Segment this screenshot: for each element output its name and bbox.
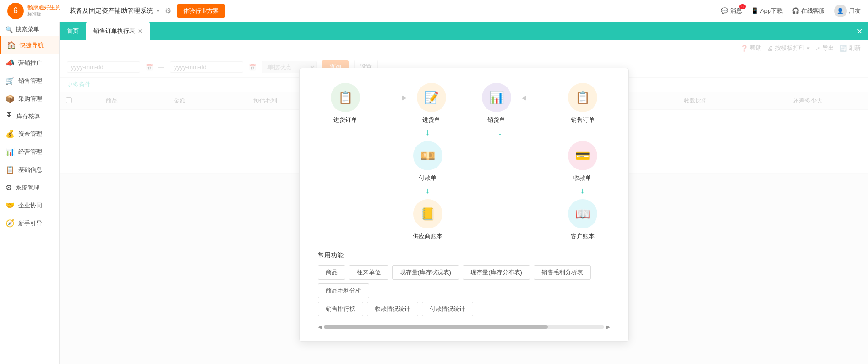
system-title: 装备及固定资产辅助管理系统 xyxy=(70,7,153,15)
common-funcs-title: 常用功能 xyxy=(318,251,610,260)
sales-bill-circle: 📊 xyxy=(482,83,511,112)
purchase-bill-label: 进货单 xyxy=(422,116,440,124)
flow-diagram: 📋 进货订单 ▶ xyxy=(318,83,610,240)
purchase-order-circle: 📋 xyxy=(331,83,360,112)
func-btn-product[interactable]: 商品 xyxy=(318,265,345,280)
receipt-bill-circle: 💳 xyxy=(568,141,597,170)
flow-node-sales-bill: 📊 销货单 xyxy=(469,83,524,124)
arrow-so-to-sb: ◀ xyxy=(524,98,555,109)
home-icon: 🏠 xyxy=(7,41,16,49)
customer-ledger-circle: 📖 xyxy=(568,199,597,228)
flow-row-1: 📋 进货订单 ▶ xyxy=(318,83,610,124)
func-btn-sales-gross[interactable]: 销售毛利分析表 xyxy=(534,265,591,280)
sidebar-item-finance[interactable]: 💰 资金管理 xyxy=(0,125,59,143)
basic-info-icon: 📋 xyxy=(5,165,15,174)
logo-name: 畅康通好生意 xyxy=(27,4,60,11)
sales-bill-label: 销货单 xyxy=(487,116,505,124)
flow-node-payment-bill: 💴 付款单 xyxy=(400,141,455,182)
tab-close-icon[interactable]: ✕ xyxy=(138,28,142,34)
payment-bill-circle: 💴 xyxy=(413,141,442,170)
func-btn-receipt-stats[interactable]: 收款情况统计 xyxy=(367,302,418,316)
quick-guide-overlay: 📋 进货订单 ▶ xyxy=(60,40,868,364)
sidebar-item-newbie[interactable]: 🧭 新手引导 xyxy=(0,214,59,232)
flow-node-purchase-bill: 📝 进货单 xyxy=(404,83,459,124)
top-bar: 6 畅康通好生意 标准版 装备及固定资产辅助管理系统 ▾ ⚙ 体验行业方案 💬 … xyxy=(0,0,868,22)
app-download-item[interactable]: 📱 App下载 xyxy=(751,7,783,15)
sidebar-item-inventory[interactable]: 🗄 库存核算 xyxy=(0,108,59,125)
logo-icon: 6 xyxy=(7,3,24,19)
payment-bill-label: 付款单 xyxy=(419,174,437,182)
content-area: 首页 销售订单执行表 ✕ ✕ ❓ 帮助 xyxy=(60,22,868,364)
tab-sales-order-exec[interactable]: 销售订单执行表 ✕ xyxy=(86,22,150,40)
sidebar-item-purchase[interactable]: 📦 采购管理 xyxy=(0,90,59,108)
supplier-ledger-circle: 📒 xyxy=(413,199,442,228)
sidebar-item-operations[interactable]: 📊 经营管理 xyxy=(0,143,59,161)
func-btn-inventory-dist[interactable]: 现存量(库存分布表) xyxy=(463,265,530,280)
func-btn-product-gross[interactable]: 商品毛利分析 xyxy=(318,283,369,298)
flow-node-sales-order: 📋 销售订单 xyxy=(555,83,610,124)
marketing-icon: 📣 xyxy=(5,59,15,67)
app-download-icon: 📱 xyxy=(751,7,759,14)
quick-guide-modal: 📋 进货订单 ▶ xyxy=(299,68,629,342)
system-dropdown-icon[interactable]: ▾ xyxy=(157,8,159,14)
newbie-icon: 🧭 xyxy=(5,219,15,228)
inventory-icon: 🗄 xyxy=(5,112,13,120)
sidebar-item-quick-nav[interactable]: 🏠 快捷导航 xyxy=(0,36,59,54)
flow-row-3: 📒 供应商账本 📖 客户账本 xyxy=(318,199,610,240)
sales-order-circle: 📋 xyxy=(568,83,597,112)
finance-icon: 💰 xyxy=(5,130,15,138)
enterprise-icon: 🤝 xyxy=(5,201,15,210)
flow-row-2: 💴 付款单 💳 收款单 xyxy=(318,141,610,182)
common-funcs: 常用功能 商品 往来单位 现存量(库存状况表) 现存量(库存分布表) 销售毛利分… xyxy=(318,251,610,316)
top-bar-right: 💬 消息 6 📱 App下载 🎧 在线客服 👤 用友 xyxy=(721,5,861,17)
down-arrow-pb: ↓ xyxy=(400,128,455,137)
func-btn-payment-stats[interactable]: 付款情况统计 xyxy=(422,302,473,316)
flow-node-purchase-order: 📋 进货订单 xyxy=(318,83,373,124)
scroll-left-arrow[interactable]: ◀ xyxy=(318,324,322,330)
func-row-1: 商品 往来单位 现存量(库存状况表) 现存量(库存分布表) 销售毛利分析表 商品… xyxy=(318,265,610,298)
sidebar-item-basic-info[interactable]: 📋 基础信息 xyxy=(0,161,59,179)
scroll-right-arrow[interactable]: ▶ xyxy=(606,324,610,330)
purchase-order-label: 进货订单 xyxy=(333,116,357,124)
online-service-item[interactable]: 🎧 在线客服 xyxy=(792,7,825,15)
tab-bar: 首页 销售订单执行表 ✕ ✕ xyxy=(60,22,868,40)
func-btn-partner[interactable]: 往来单位 xyxy=(349,265,388,280)
avatar: 👤 xyxy=(834,5,847,17)
content-inner: ❓ 帮助 🖨 按模板打印 ▾ ↗ 导出 🔄 xyxy=(60,40,868,364)
sales-order-label: 销售订单 xyxy=(571,116,595,124)
down-arrow-receipt: ↓ xyxy=(555,186,610,196)
trial-button[interactable]: 体验行业方案 xyxy=(177,4,225,18)
sidebar-item-marketing[interactable]: 📣 营销推广 xyxy=(0,54,59,72)
message-icon: 💬 xyxy=(721,7,728,14)
down-arrow-sb: ↓ xyxy=(473,128,528,137)
user-item[interactable]: 👤 用友 xyxy=(834,5,861,17)
logo-area: 6 畅康通好生意 标准版 xyxy=(7,3,60,19)
operations-icon: 📊 xyxy=(5,147,15,156)
search-menu[interactable]: 🔍 搜索菜单 xyxy=(0,22,59,36)
settings-icon[interactable]: ⚙ xyxy=(165,6,171,15)
sidebar: 🔍 搜索菜单 🏠 快捷导航 📣 营销推广 🛒 销售管理 📦 采购管理 🗄 xyxy=(0,22,60,364)
message-badge: 6 xyxy=(739,4,746,9)
sidebar-item-enterprise[interactable]: 🤝 企业协同 xyxy=(0,196,59,214)
arrow-row-1: ↓ ↓ xyxy=(318,128,610,137)
arrow-po-to-pb: ▶ xyxy=(373,98,404,109)
scroll-track xyxy=(324,325,604,329)
func-row-2: 销售排行榜 收款情况统计 付款情况统计 xyxy=(318,302,610,316)
sidebar-item-system[interactable]: ⚙ 系统管理 xyxy=(0,179,59,196)
logo-sub: 标准版 xyxy=(27,11,60,17)
flow-node-receipt-bill: 💳 收款单 xyxy=(555,141,610,182)
sidebar-item-sales[interactable]: 🛒 销售管理 xyxy=(0,72,59,90)
receipt-bill-label: 收款单 xyxy=(573,174,591,182)
purchase-bill-circle: 📝 xyxy=(417,83,446,112)
message-item[interactable]: 💬 消息 6 xyxy=(721,7,742,15)
scroll-thumb xyxy=(324,325,548,329)
arrow-row-2: ↓ ↓ xyxy=(318,186,610,196)
supplier-ledger-label: 供应商账本 xyxy=(413,232,442,240)
func-btn-sales-rank[interactable]: 销售排行榜 xyxy=(318,302,363,316)
flow-node-supplier-ledger: 📒 供应商账本 xyxy=(400,199,455,240)
tab-bar-close-icon[interactable]: ✕ xyxy=(857,27,863,36)
func-btn-inventory-status[interactable]: 现存量(库存状况表) xyxy=(392,265,459,280)
modal-scrollbar[interactable]: ◀ ▶ xyxy=(318,324,610,330)
headset-icon: 🎧 xyxy=(792,7,799,14)
tab-home[interactable]: 首页 xyxy=(60,22,86,40)
